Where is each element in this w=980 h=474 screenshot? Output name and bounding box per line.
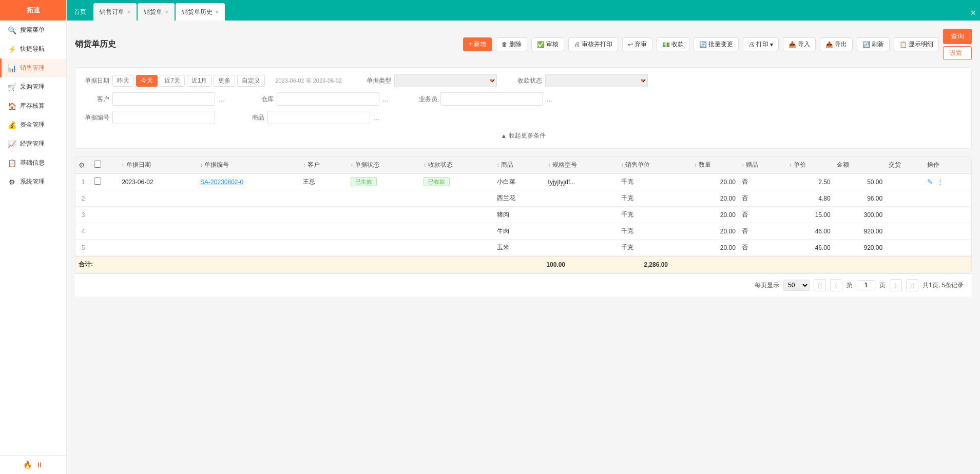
sort-price-icon[interactable]: ↕ bbox=[789, 162, 792, 168]
date-pill-more[interactable]: 更多 bbox=[214, 75, 235, 87]
export-button[interactable]: 📤 导出 bbox=[820, 37, 853, 51]
show-details-button[interactable]: 📋 显示明细 bbox=[894, 37, 939, 51]
audit-button[interactable]: ✅ 审核 bbox=[531, 37, 564, 51]
row-num: 2 bbox=[75, 190, 91, 207]
row-collect-status: 已收款 bbox=[420, 174, 493, 190]
date-pill-7days[interactable]: 近7天 bbox=[160, 75, 185, 87]
doc-no-input[interactable] bbox=[112, 111, 215, 124]
last-page-button[interactable]: ⟩⟩ bbox=[906, 279, 918, 291]
collect-status-label: 收款状态 bbox=[516, 76, 542, 85]
audit-print-button[interactable]: 🖨 审核并打印 bbox=[568, 37, 618, 51]
sort-spec-icon[interactable]: ↕ bbox=[548, 162, 551, 168]
doc-no-link[interactable]: SA-20230602-0 bbox=[200, 179, 243, 186]
collect-button[interactable]: 💵 收款 bbox=[657, 37, 689, 51]
sort-collectstatus-icon[interactable]: ↕ bbox=[424, 162, 426, 168]
page-number-input[interactable]: 1 bbox=[857, 280, 875, 290]
sidebar-fire-icon[interactable]: 🔥 bbox=[23, 461, 32, 469]
sort-gift-icon[interactable]: ↕ bbox=[742, 162, 744, 168]
sort-customer-icon[interactable]: ↕ bbox=[303, 162, 305, 168]
sidebar-item-sys-mgmt[interactable]: ⚙ 系统管理 bbox=[0, 172, 66, 191]
row-num: 4 bbox=[75, 223, 91, 240]
setup-button[interactable]: 设置 bbox=[943, 46, 972, 60]
select-all-checkbox[interactable] bbox=[94, 161, 101, 168]
sidebar-item-purchase-mgmt[interactable]: 🛒 采购管理 bbox=[0, 77, 66, 96]
collapse-button[interactable]: ▲ 收起更多条件 bbox=[84, 129, 963, 142]
date-pills: 昨天 今天 近7天 近1月 更多 自定义 bbox=[112, 75, 265, 87]
sort-docstatus-icon[interactable]: ↕ bbox=[351, 162, 353, 168]
settings-icon[interactable]: ⚙ bbox=[79, 161, 85, 169]
date-pill-yesterday[interactable]: 昨天 bbox=[112, 75, 134, 87]
row-date: 2023-06-02 bbox=[119, 174, 197, 190]
tab-sales-delivery[interactable]: 销货单 × bbox=[138, 3, 175, 21]
sidebar-item-search-menu[interactable]: 🔍 搜索菜单 bbox=[0, 21, 66, 40]
sidebar-pause-icon[interactable]: ⏸ bbox=[36, 461, 43, 469]
doc-type-select[interactable] bbox=[394, 74, 497, 87]
query-button[interactable]: 查询 bbox=[943, 29, 972, 44]
summary-total-qty: 100.00 bbox=[106, 256, 568, 273]
row-price: 46.00 bbox=[786, 223, 833, 240]
batch-change-button[interactable]: 🔄 批量变更 bbox=[694, 37, 739, 51]
new-button[interactable]: + 新增 bbox=[463, 37, 492, 51]
tab-sales-history[interactable]: 销货单历史 × bbox=[176, 3, 225, 21]
data-table: ⚙ ↕ 单据日期 ↕ 单据编号 ↕ 客户 ↕ 单据状态 ↕ 收款状态 ↕ 商品 … bbox=[75, 156, 972, 273]
sort-goods-icon[interactable]: ↕ bbox=[497, 162, 499, 168]
print-button[interactable]: 🖨 打印 ▾ bbox=[743, 37, 779, 51]
row-gift: 否 bbox=[739, 190, 786, 207]
main-table: ⚙ ↕ 单据日期 ↕ 单据编号 ↕ 客户 ↕ 单据状态 ↕ 收款状态 ↕ 商品 … bbox=[75, 156, 971, 256]
goods-dots[interactable]: ... bbox=[373, 113, 379, 122]
collect-status-select[interactable] bbox=[545, 74, 648, 87]
sort-docno-icon[interactable]: ↕ bbox=[200, 162, 203, 168]
import-button[interactable]: 📥 导入 bbox=[783, 37, 816, 51]
refresh-button[interactable]: 🔃 刷新 bbox=[857, 37, 890, 51]
filter-row-1: 单据日期 昨天 今天 近7天 近1月 更多 自定义 2023-06-02 至 2… bbox=[84, 74, 963, 87]
date-pill-1month[interactable]: 近1月 bbox=[187, 75, 212, 87]
salesman-dots[interactable]: ... bbox=[546, 95, 552, 103]
sort-unit-icon[interactable]: ↕ bbox=[621, 162, 624, 168]
customer-input[interactable] bbox=[112, 92, 215, 106]
tab-sales-history-close[interactable]: × bbox=[216, 9, 219, 15]
content-area: 销货单历史 + 新增 🗑 删除 ✅ 审核 🖨 审核并打印 ↩ 弃审 bbox=[67, 21, 980, 474]
sidebar-item-inventory[interactable]: 🏠 库存核算 bbox=[0, 96, 66, 115]
sidebar-item-operations[interactable]: 📈 经营管理 bbox=[0, 134, 66, 153]
more-icon[interactable]: ⋮ bbox=[937, 178, 944, 186]
page-size-select[interactable]: 50 100 200 bbox=[783, 280, 810, 291]
row-collect-status bbox=[420, 207, 493, 223]
sidebar-item-basic-info[interactable]: 📋 基础信息 bbox=[0, 153, 66, 172]
row-amount: 920.00 bbox=[834, 223, 886, 240]
sys-mgmt-icon: ⚙ bbox=[8, 178, 16, 186]
tab-sales-delivery-label: 销货单 bbox=[144, 8, 162, 16]
customer-dots[interactable]: ... bbox=[218, 95, 224, 103]
date-pill-today[interactable]: 今天 bbox=[136, 75, 158, 87]
tab-home[interactable]: 首页 bbox=[67, 3, 93, 21]
tab-sales-order-close[interactable]: × bbox=[127, 9, 130, 15]
row-spec bbox=[545, 190, 618, 207]
close-all-tabs[interactable]: × bbox=[970, 8, 976, 21]
page-title: 销货单历史 bbox=[75, 39, 116, 50]
row-doc-status bbox=[348, 223, 420, 240]
row-collect-status bbox=[420, 223, 493, 240]
date-pill-custom[interactable]: 自定义 bbox=[237, 75, 265, 87]
sidebar-item-sales-mgmt[interactable]: 📊 销售管理 bbox=[0, 58, 66, 77]
prev-page-button[interactable]: ⟨ bbox=[830, 279, 842, 291]
first-page-button[interactable]: ⟨⟨ bbox=[814, 279, 826, 291]
delete-button[interactable]: 🗑 删除 bbox=[496, 37, 527, 51]
row-date bbox=[119, 223, 197, 240]
sort-date-icon[interactable]: ↕ bbox=[122, 162, 124, 168]
next-page-button[interactable]: ⟩ bbox=[890, 279, 902, 291]
collapse-arrow-icon: ▲ bbox=[501, 132, 507, 140]
sidebar-item-quick-nav[interactable]: ⚡ 快捷导航 bbox=[0, 40, 66, 58]
tab-sales-delivery-close[interactable]: × bbox=[165, 9, 168, 15]
sort-qty-icon[interactable]: ↕ bbox=[694, 162, 697, 168]
tab-sales-order[interactable]: 销售订单 × bbox=[93, 3, 137, 21]
warehouse-dots[interactable]: ... bbox=[382, 95, 389, 103]
edit-icon[interactable]: ✎ bbox=[927, 178, 933, 186]
row-select-checkbox[interactable] bbox=[94, 177, 101, 185]
warehouse-input[interactable] bbox=[277, 92, 379, 106]
salesman-input[interactable] bbox=[440, 92, 543, 106]
goods-input[interactable] bbox=[267, 111, 370, 124]
col-checkbox bbox=[91, 156, 119, 174]
sidebar-item-finance[interactable]: 💰 资金管理 bbox=[0, 115, 66, 134]
discard-button[interactable]: ↩ 弃审 bbox=[622, 37, 652, 51]
col-goods: ↕ 商品 bbox=[494, 156, 545, 174]
row-amount: 96.00 bbox=[834, 190, 886, 207]
